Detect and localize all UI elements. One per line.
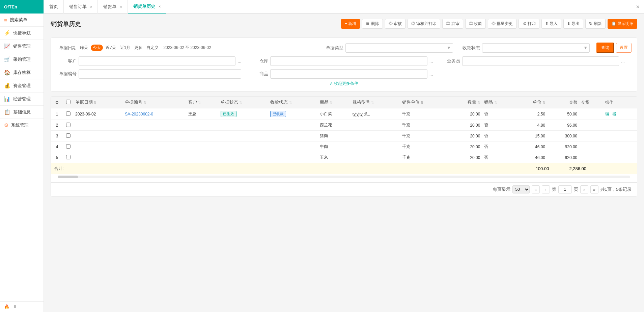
- shortcut-more[interactable]: 更多: [133, 45, 144, 51]
- sidebar-item-quick-nav[interactable]: ⚡ 快捷导航: [0, 27, 44, 40]
- col-spec[interactable]: 规格型号 ⇅: [351, 97, 400, 108]
- shortcut-7days[interactable]: 近7天: [104, 45, 117, 51]
- refresh-button[interactable]: ↻ 刷新: [585, 19, 605, 29]
- page-input[interactable]: [558, 185, 572, 193]
- doc-type-select[interactable]: [345, 43, 453, 53]
- sidebar-item-sales-mgmt[interactable]: 📈 销售管理: [0, 40, 44, 53]
- row-checkbox[interactable]: [66, 155, 71, 159]
- first-page-btn[interactable]: «: [532, 185, 540, 193]
- footer-label: 合计:: [54, 166, 81, 172]
- abandon-button[interactable]: ◎ 弃审: [442, 19, 463, 29]
- tab-sales-order-close[interactable]: ×: [90, 5, 92, 9]
- more-btn[interactable]: 器: [612, 111, 616, 116]
- sidebar-item-basic-info[interactable]: 📋 基础信息: [0, 106, 44, 119]
- col-checkbox[interactable]: [63, 97, 73, 108]
- row-checkbox[interactable]: [66, 133, 71, 138]
- cell-checkbox[interactable]: [63, 152, 73, 163]
- audit-print-button[interactable]: ◎ 审核并打印: [408, 19, 440, 29]
- product-input[interactable]: [270, 69, 427, 79]
- table-container: ⚙ 单据日期 ⇅ 单据编号 ⇅: [51, 96, 637, 197]
- sidebar-item-system-mgmt[interactable]: ⚙ 系统管理: [0, 119, 44, 132]
- col-amount[interactable]: 金额: [547, 97, 579, 108]
- shortcut-yesterday[interactable]: 昨天: [79, 45, 89, 51]
- cell-checkbox[interactable]: [63, 141, 73, 152]
- tab-sales-history-close[interactable]: ×: [159, 4, 161, 8]
- payment-status-select[interactable]: [482, 43, 590, 53]
- next-page-btn[interactable]: ›: [580, 185, 588, 193]
- export-button[interactable]: ⬇ 导出: [563, 19, 583, 29]
- docno-sort-icon: ⇅: [143, 101, 146, 104]
- filter-row-1: 单据日期 昨天 今天 近7天 近1月 更多 自定义 2023-06-02 至 2…: [56, 43, 632, 53]
- tab-sales-history[interactable]: 销货单历史 ×: [128, 0, 166, 14]
- customer-dots[interactable]: ...: [237, 59, 241, 64]
- row-checkbox[interactable]: [66, 111, 71, 116]
- sidebar-item-inventory[interactable]: 🏠 库存核算: [0, 66, 44, 79]
- cell-checkbox[interactable]: [63, 108, 73, 120]
- col-qty[interactable]: 数量 ⇅: [450, 97, 482, 108]
- docstatus-sort-icon: ⇅: [239, 101, 242, 104]
- salesperson-dots[interactable]: ...: [621, 59, 625, 64]
- salesperson-input[interactable]: [462, 56, 619, 66]
- tab-sales-delivery[interactable]: 销货单 ×: [98, 0, 128, 14]
- edit-btn[interactable]: 编: [605, 111, 609, 116]
- sidebar-item-operations[interactable]: 📊 经营管理: [0, 93, 44, 106]
- settings-button[interactable]: 设置: [616, 43, 632, 53]
- delete-button[interactable]: 🗑 删除: [362, 19, 383, 29]
- cell-price: 2.50: [515, 108, 547, 120]
- audit-button[interactable]: ◎ 审核: [385, 19, 405, 29]
- sidebar-item-purchase-mgmt[interactable]: 🛒 采购管理: [0, 53, 44, 66]
- col-trade[interactable]: 交货: [579, 97, 603, 108]
- sidebar-item-search-menu[interactable]: ≡ 搜索菜单: [0, 14, 44, 27]
- doc-no-input[interactable]: [79, 69, 241, 79]
- col-doc-no[interactable]: 单据编号 ⇅: [123, 97, 186, 108]
- tab-home[interactable]: 首页: [44, 0, 64, 14]
- shortcut-today[interactable]: 今天: [91, 45, 103, 51]
- query-button[interactable]: 查询: [596, 43, 614, 53]
- col-product[interactable]: 商品 ⇅: [318, 97, 350, 108]
- batch-change-button[interactable]: ◎ 批量变更: [488, 19, 516, 29]
- product-dots[interactable]: ...: [429, 72, 433, 77]
- col-payment-status[interactable]: 收款状态 ⇅: [268, 97, 318, 108]
- col-settings[interactable]: ⚙: [51, 97, 63, 108]
- shortcut-custom[interactable]: 自定义: [145, 45, 160, 51]
- select-all-checkbox[interactable]: [66, 100, 71, 104]
- collapse-btn[interactable]: ∧ 收起更多条件: [56, 81, 632, 86]
- collect-button[interactable]: ◎ 收款: [465, 19, 486, 29]
- col-price[interactable]: 单价 ⇅: [515, 97, 547, 108]
- filter-date: 单据日期 昨天 今天 近7天 近1月 更多 自定义 2023-06-02 至 2…: [56, 45, 316, 51]
- show-detail-button[interactable]: 📋 显示明细: [608, 19, 637, 29]
- warehouse-dots[interactable]: ...: [429, 59, 433, 64]
- cell-checkbox[interactable]: [63, 131, 73, 141]
- finance-icon: 💰: [4, 83, 10, 89]
- prev-page-btn[interactable]: ‹: [542, 185, 550, 193]
- new-button[interactable]: + 新增: [341, 19, 360, 29]
- cell-product: 小白菜: [318, 108, 350, 120]
- cell-date: [73, 152, 123, 163]
- cell-customer: [186, 131, 219, 141]
- tab-sales-order[interactable]: 销售订单 ×: [64, 0, 98, 14]
- scrollbar-thumb[interactable]: [58, 176, 78, 178]
- row-checkbox[interactable]: [66, 123, 71, 127]
- col-doc-status[interactable]: 单据状态 ⇅: [219, 97, 268, 108]
- cell-payment-status: [268, 141, 318, 152]
- print-button[interactable]: 🖨 打印: [519, 19, 539, 29]
- col-date[interactable]: 单据日期 ⇅: [73, 97, 123, 108]
- customer-input[interactable]: [79, 56, 235, 66]
- last-page-btn[interactable]: »: [590, 185, 598, 193]
- fire-icon[interactable]: 🔥: [4, 304, 9, 309]
- col-gift[interactable]: 赠品 ⇅: [482, 97, 514, 108]
- tab-sales-delivery-close[interactable]: ×: [120, 5, 122, 9]
- sidebar-item-finance[interactable]: 💰 资金管理: [0, 79, 44, 93]
- per-page-select[interactable]: 50 20 100: [512, 185, 530, 193]
- pause-icon[interactable]: ⏸: [13, 304, 17, 309]
- shortcut-1month[interactable]: 近1月: [119, 45, 132, 51]
- warehouse-input[interactable]: [270, 56, 427, 66]
- col-customer[interactable]: 客户 ⇅: [186, 97, 219, 108]
- row-checkbox[interactable]: [66, 144, 71, 149]
- col-unit[interactable]: 销售单位 ⇅: [400, 97, 450, 108]
- close-all-btn[interactable]: ✕: [636, 4, 640, 9]
- basic-info-icon: 📋: [4, 109, 10, 115]
- cell-checkbox[interactable]: [63, 120, 73, 131]
- import-button[interactable]: ⬆ 导入: [541, 19, 561, 29]
- cell-trade: [579, 141, 603, 152]
